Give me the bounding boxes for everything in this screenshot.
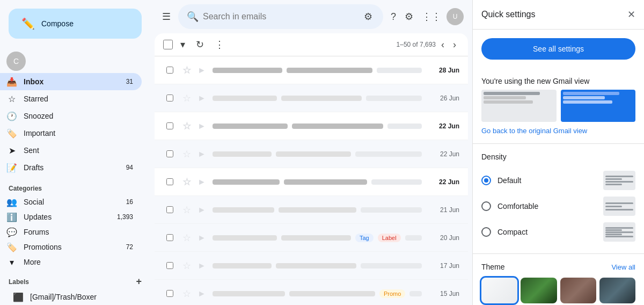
sidebar-item-starred[interactable]: ☆ Starred: [0, 90, 142, 107]
row-checkbox[interactable]: [163, 150, 176, 157]
star-button[interactable]: ☆: [180, 176, 193, 188]
radio-compact[interactable]: [481, 227, 491, 237]
important-marker[interactable]: ►: [197, 233, 208, 243]
theme-item-wood[interactable]: [560, 278, 596, 303]
star-button[interactable]: ☆: [180, 288, 193, 300]
row-checkbox[interactable]: [163, 206, 176, 213]
density-option-default[interactable]: Default: [481, 168, 635, 193]
star-button[interactable]: ☆: [180, 120, 193, 132]
radio-comfortable[interactable]: [481, 201, 491, 211]
email-date: 22 Jun: [422, 150, 459, 158]
search-options-button[interactable]: ⚙: [362, 9, 375, 25]
email-content: [213, 68, 422, 73]
social-label: Social: [24, 198, 120, 206]
important-marker[interactable]: ►: [197, 261, 208, 271]
theme-item-dark[interactable]: [599, 278, 635, 303]
email-row[interactable]: ☆ ► 22 Jun: [155, 168, 468, 196]
star-button[interactable]: ☆: [180, 64, 193, 76]
row-checkbox[interactable]: [163, 67, 176, 74]
row-checkbox[interactable]: [163, 234, 176, 241]
starred-label: Starred: [24, 95, 133, 103]
email-row[interactable]: ☆ ► Tag Label 20 Jun: [155, 224, 468, 252]
row-checkbox[interactable]: [163, 178, 176, 185]
inbox-icon: 📥: [6, 76, 17, 87]
radio-default[interactable]: [481, 176, 491, 185]
density-compact-label: Compact: [497, 228, 528, 236]
sidebar-item-sent[interactable]: ➤ Sent: [0, 142, 142, 159]
email-row[interactable]: ☆ ► 22 Jun: [155, 140, 468, 168]
close-panel-button[interactable]: ✕: [627, 9, 635, 20]
prev-page-button[interactable]: ‹: [438, 36, 448, 54]
theme-item-default-light[interactable]: [481, 278, 517, 303]
email-row[interactable]: ☆ ► 17 Jun: [155, 252, 468, 280]
see-all-settings-button[interactable]: See all settings: [481, 38, 635, 60]
apps-button[interactable]: ⋮⋮: [419, 8, 444, 26]
email-date: 26 Jun: [422, 95, 459, 102]
important-marker[interactable]: ►: [197, 289, 208, 299]
email-row[interactable]: ☆ ► 22 Jun: [155, 112, 468, 140]
row-checkbox[interactable]: [163, 95, 176, 101]
row-checkbox[interactable]: [163, 122, 176, 129]
star-button[interactable]: ☆: [180, 232, 193, 244]
email-row[interactable]: ☆ ► Promo 15 Jun: [155, 280, 468, 301]
search-icon[interactable]: 🔍: [187, 11, 199, 23]
menu-button[interactable]: ☰: [159, 8, 174, 26]
sidebar-item-forums[interactable]: 💬 Forums: [0, 224, 142, 239]
sidebar-item-inbox[interactable]: 📥 Inbox 31: [0, 73, 142, 90]
label-icon-trash: ⬛: [13, 292, 24, 302]
select-all-checkbox[interactable]: [163, 40, 173, 49]
density-option-comfortable[interactable]: Comfortable: [481, 193, 635, 219]
row-checkbox[interactable]: [163, 262, 176, 269]
drafts-badge: 94: [126, 164, 133, 171]
gmail-view-title: You're using the new Gmail view: [481, 77, 635, 85]
add-label-button[interactable]: +: [136, 276, 142, 287]
star-button[interactable]: ☆: [180, 148, 193, 160]
search-input[interactable]: [203, 12, 357, 21]
star-button[interactable]: ☆: [180, 204, 193, 216]
inbox-label: Inbox: [24, 77, 120, 86]
density-option-compact[interactable]: Compact: [481, 219, 635, 245]
important-marker[interactable]: ►: [197, 93, 208, 103]
sidebar-item-updates[interactable]: ℹ️ Updates 1,393: [0, 209, 142, 224]
email-row[interactable]: ☆ ► 21 Jun: [155, 196, 468, 224]
important-marker[interactable]: ►: [197, 205, 208, 215]
settings-button[interactable]: ⚙: [401, 8, 416, 26]
email-row[interactable]: ☆ ► 26 Jun: [155, 84, 468, 112]
sidebar-item-trash-boxer[interactable]: ⬛ [Gmail]/Trash/Boxer: [0, 289, 142, 304]
star-button[interactable]: ☆: [180, 260, 193, 272]
labels-section-label: Labels +: [0, 272, 150, 289]
chat-avatar: C: [6, 52, 26, 71]
sidebar-item-more[interactable]: ▾ More: [0, 255, 142, 270]
support-button[interactable]: ?: [387, 8, 399, 26]
important-marker[interactable]: ►: [197, 177, 208, 187]
email-content: [213, 263, 422, 268]
density-comfortable-label: Comfortable: [497, 202, 538, 210]
more-actions-button[interactable]: ⋮: [211, 35, 228, 54]
email-row[interactable]: ☆ ► 28 Jun: [155, 56, 468, 84]
chat-header[interactable]: C: [0, 49, 150, 73]
account-avatar[interactable]: U: [447, 8, 464, 25]
sent-icon: ➤: [6, 145, 17, 156]
important-marker[interactable]: ►: [197, 149, 208, 159]
row-checkbox[interactable]: [163, 290, 176, 297]
sidebar-item-drafts[interactable]: 📝 Drafts 94: [0, 159, 142, 176]
email-content: [213, 124, 422, 129]
important-marker[interactable]: ►: [197, 121, 208, 131]
compose-button[interactable]: ✏️ Compose: [9, 9, 142, 39]
go-back-link[interactable]: Go back to the original Gmail view: [481, 127, 587, 135]
star-button[interactable]: ☆: [180, 92, 193, 104]
density-section: Density Default Comfortable Compact: [473, 143, 644, 253]
next-page-button[interactable]: ›: [450, 36, 459, 54]
forums-label: Forums: [24, 228, 133, 236]
view-all-themes-button[interactable]: View all: [611, 263, 635, 271]
refresh-button[interactable]: ↻: [193, 35, 207, 54]
select-dropdown-button[interactable]: ▾: [177, 35, 188, 54]
sidebar-item-snoozed[interactable]: 🕐 Snoozed: [0, 107, 142, 125]
theme-section: Theme View all: [473, 253, 644, 305]
important-marker[interactable]: ►: [197, 66, 208, 75]
sidebar-item-promotions[interactable]: 🏷️ Promotions 72: [0, 239, 142, 255]
theme-item-nature[interactable]: [521, 278, 557, 303]
sidebar-item-social[interactable]: 👥 Social 16: [0, 194, 142, 209]
sidebar-item-important[interactable]: 🏷️ Important: [0, 125, 142, 142]
email-content: Tag Label: [213, 234, 422, 242]
